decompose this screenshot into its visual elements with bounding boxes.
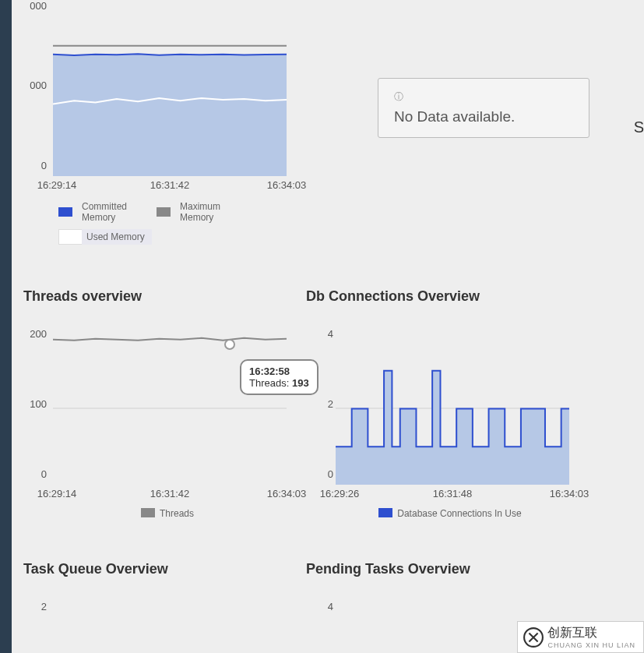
- no-data-text: No Data available.: [394, 108, 515, 125]
- ytick: 4: [302, 328, 333, 340]
- tooltip-label: Threads:: [249, 377, 289, 389]
- sidebar-stub: [0, 0, 12, 653]
- xtick: 16:34:03: [546, 488, 593, 499]
- hover-marker: [224, 339, 235, 350]
- panel-title: Db Connections Overview: [306, 288, 594, 305]
- legend-label: Threads: [160, 508, 194, 519]
- legend-label: Committed Memory: [82, 201, 152, 223]
- ytick: 000: [16, 79, 47, 91]
- threads-svg: [53, 333, 287, 485]
- panel-taskqueue: Task Queue Overview 2: [23, 561, 311, 601]
- dbconn-svg: [336, 333, 569, 485]
- legend-label: Database Connections In Use: [397, 508, 521, 519]
- dbconn-chart[interactable]: 4 2 0 16:29:26 16:31:48 16:34:03 Databas…: [306, 328, 594, 519]
- panel-memory: 000 000 0 16:29:14 16:31:42 16:34:03: [23, 0, 311, 245]
- panel-title: Task Queue Overview: [23, 561, 311, 577]
- threads-chart[interactable]: 200 100 0 16:32:58 Threads: 193 16:29:14…: [23, 328, 311, 519]
- legend-swatch: [378, 508, 392, 517]
- panel-threads: Threads overview 200 100 0 16:32:58 Thre…: [23, 288, 311, 519]
- brand-tag: 创新互联 CHUANG XIN HU LIAN: [517, 621, 644, 653]
- panel-title: Pending Tasks Overview: [306, 561, 594, 577]
- ytick: 2: [302, 398, 333, 410]
- xtick: 16:29:14: [33, 488, 80, 499]
- brand-logo-icon: [523, 627, 544, 648]
- tooltip-time: 16:32:58: [249, 365, 290, 377]
- ytick: 0: [16, 160, 47, 171]
- legend-label: Maximum Memory: [180, 201, 250, 223]
- ytick: 0: [16, 468, 47, 480]
- dbconn-legend: Database Connections In Use: [306, 508, 594, 519]
- legend-swatch: [157, 207, 171, 217]
- panel-dbconn: Db Connections Overview 4 2 0 16:29:26 1…: [306, 288, 594, 519]
- brand-name: 创新互联: [547, 626, 597, 639]
- ytick: 200: [16, 328, 47, 340]
- brand-sub: CHUANG XIN HU LIAN: [547, 641, 635, 649]
- ytick: 0: [302, 468, 333, 480]
- ytick: 2: [16, 601, 47, 612]
- xtick: 16:31:42: [146, 488, 193, 499]
- xtick: 16:29:26: [316, 488, 363, 499]
- legend-swatch: [58, 229, 83, 245]
- memory-legend: Committed Memory Maximum Memory Used Mem…: [58, 201, 311, 245]
- dashboard-content: 000 000 0 16:29:14 16:31:42 16:34:03: [12, 0, 644, 653]
- xtick: 16:31:42: [146, 179, 193, 191]
- panel-title: Threads overview: [23, 288, 311, 305]
- xtick: 16:34:03: [263, 488, 310, 499]
- xtick: 16:31:48: [429, 488, 476, 499]
- panel-pending: Pending Tasks Overview 4: [306, 561, 594, 601]
- legend-label: Used Memory: [82, 229, 152, 245]
- legend-swatch: [141, 508, 155, 517]
- threads-legend: Threads: [23, 508, 311, 519]
- xtick: 16:29:14: [33, 179, 80, 191]
- memory-svg: [53, 5, 287, 176]
- edge-letter: S: [634, 118, 644, 136]
- memory-chart[interactable]: 000 000 0 16:29:14 16:31:42 16:34:03: [23, 0, 311, 245]
- no-data-panel: ⓘ No Data available.: [378, 78, 589, 138]
- ytick: 100: [16, 398, 47, 410]
- legend-swatch: [58, 207, 72, 217]
- xtick: 16:34:03: [263, 179, 310, 191]
- ytick: 000: [16, 0, 47, 12]
- info-icon: ⓘ: [394, 90, 573, 104]
- ytick: 4: [302, 601, 333, 612]
